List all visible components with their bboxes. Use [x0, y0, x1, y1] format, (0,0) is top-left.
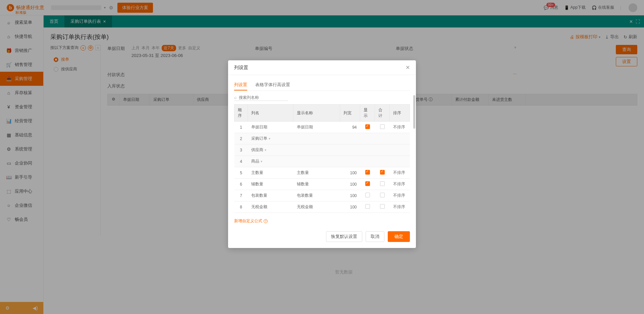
add-formula-label: 新增自定义公式 [234, 218, 262, 224]
column-settings-modal: 列设置 ✕ 列设置表格字体行高设置 ⌕ 顺序 列名 显示名称 列宽 显示 合计 [228, 60, 416, 248]
row-index: 5 [234, 167, 248, 179]
row-index: 2 [234, 133, 248, 144]
column-config-row: 6 辅数量 辅数量 100 不排序 [234, 179, 410, 190]
column-config-row: 8 无税金额 无税金额 100 不排序 [234, 201, 410, 213]
row-display[interactable]: 主数量 [293, 167, 340, 179]
info-icon: ? [264, 219, 268, 223]
cancel-button[interactable]: 取消 [366, 231, 384, 242]
row-index: 4 [234, 156, 248, 167]
row-sort[interactable]: 不排序 [390, 167, 410, 179]
sum-checkbox[interactable] [380, 204, 385, 209]
row-display[interactable]: 辅数量 [293, 179, 340, 190]
row-index: 8 [234, 201, 248, 213]
row-width[interactable]: 100 [340, 201, 360, 213]
chevron-down-icon: ▾ [265, 148, 266, 152]
show-checkbox[interactable] [365, 204, 370, 209]
modal-tab[interactable]: 表格字体行高设置 [255, 80, 290, 90]
th-name: 列名 [248, 105, 293, 122]
chevron-down-icon: ▾ [269, 137, 270, 140]
th-display: 显示名称 [293, 105, 340, 122]
row-index: 7 [234, 190, 248, 201]
th-show: 显示 [360, 105, 375, 122]
row-index: 6 [234, 179, 248, 190]
column-config-row: 4商品▾ [234, 156, 410, 167]
show-checkbox[interactable] [365, 170, 370, 175]
modal-tab[interactable]: 列设置 [234, 80, 247, 90]
row-display[interactable]: 单据日期 [293, 122, 340, 133]
row-index: 3 [234, 144, 248, 156]
sum-checkbox[interactable] [380, 124, 385, 129]
row-name: 包装数量 [248, 190, 293, 201]
sum-checkbox[interactable] [380, 181, 385, 186]
row-sort[interactable]: 不排序 [390, 201, 410, 213]
scrollbar-thumb[interactable] [413, 95, 415, 129]
row-sort[interactable]: 不排序 [390, 190, 410, 201]
add-formula-link[interactable]: 新增自定义公式 ? [234, 218, 410, 224]
row-display[interactable]: 无税金额 [293, 201, 340, 213]
th-sum: 合计 [375, 105, 390, 122]
column-config-row: 1 单据日期 单据日期 94 不排序 [234, 122, 410, 133]
column-config-row: 5 主数量 主数量 100 不排序 [234, 167, 410, 179]
row-width[interactable]: 100 [340, 167, 360, 179]
th-width: 列宽 [340, 105, 360, 122]
row-name: 无税金额 [248, 201, 293, 213]
row-width[interactable]: 94 [340, 122, 360, 133]
show-checkbox[interactable] [365, 193, 370, 197]
column-config-row: 7 包装数量 包装数量 100 不排序 [234, 190, 410, 201]
row-index: 1 [234, 122, 248, 133]
sum-checkbox[interactable] [380, 170, 385, 175]
th-index: 顺序 [234, 105, 248, 122]
column-search-input[interactable] [239, 95, 282, 100]
row-sort[interactable]: 不排序 [390, 122, 410, 133]
column-config-row: 2采购订单▾ [234, 133, 410, 144]
row-sort[interactable]: 不排序 [390, 179, 410, 190]
modal-title: 列设置 [234, 65, 248, 71]
sum-checkbox[interactable] [380, 193, 385, 197]
row-name[interactable]: 供应商▾ [248, 144, 410, 156]
column-search: ⌕ [234, 95, 288, 101]
show-checkbox[interactable] [365, 124, 370, 129]
modal-overlay: 列设置 ✕ 列设置表格字体行高设置 ⌕ 顺序 列名 显示名称 列宽 显示 合计 [0, 0, 644, 314]
column-config-row: 3供应商▾ [234, 144, 410, 156]
row-width[interactable]: 100 [340, 190, 360, 201]
show-checkbox[interactable] [365, 181, 370, 186]
chevron-down-icon: ▾ [261, 160, 262, 163]
row-name[interactable]: 采购订单▾ [248, 133, 410, 144]
row-name: 主数量 [248, 167, 293, 179]
row-display[interactable]: 包装数量 [293, 190, 340, 201]
row-name: 辅数量 [248, 179, 293, 190]
restore-defaults-button[interactable]: 恢复默认设置 [326, 231, 362, 242]
row-name: 单据日期 [248, 122, 293, 133]
row-width[interactable]: 100 [340, 179, 360, 190]
row-name[interactable]: 商品▾ [248, 156, 410, 167]
search-icon: ⌕ [234, 95, 237, 100]
confirm-button[interactable]: 确定 [388, 231, 410, 242]
th-sort: 排序 [390, 105, 410, 122]
column-config-table: 顺序 列名 显示名称 列宽 显示 合计 排序 1 单据日期 单据日期 94 不排… [234, 104, 410, 213]
close-icon[interactable]: ✕ [406, 64, 410, 71]
